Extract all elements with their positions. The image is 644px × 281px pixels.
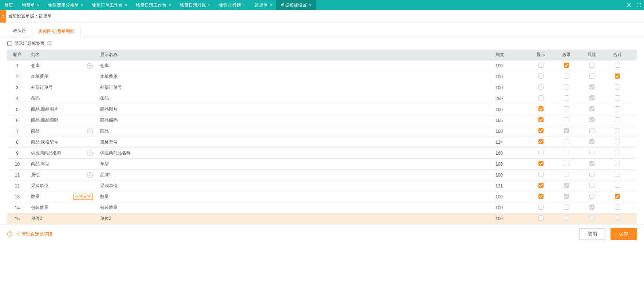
sub-tab-0[interactable]: 表头区 bbox=[7, 25, 32, 37]
checkbox[interactable] bbox=[564, 139, 569, 144]
top-tab-1[interactable]: 销货单× bbox=[17, 0, 44, 10]
checkbox[interactable] bbox=[538, 106, 544, 111]
checkbox[interactable] bbox=[589, 161, 594, 166]
top-tab-6[interactable]: 销售排行榜× bbox=[215, 0, 250, 10]
checkbox[interactable] bbox=[564, 128, 569, 133]
checkbox[interactable] bbox=[589, 63, 594, 68]
checkbox[interactable] bbox=[564, 205, 569, 210]
table-row[interactable]: 8商品.规格型号规格型号124 bbox=[7, 137, 637, 148]
cell-display-name[interactable]: 品牌1 bbox=[96, 170, 492, 181]
cell-width[interactable]: 100 bbox=[492, 213, 528, 224]
checkbox[interactable] bbox=[589, 106, 594, 111]
tab-close-icon[interactable]: × bbox=[81, 3, 83, 7]
cell-display-name[interactable]: 商品图片 bbox=[96, 104, 492, 115]
checkbox[interactable] bbox=[589, 84, 594, 90]
table-row[interactable]: 13数量公式设置数量100 bbox=[7, 191, 637, 202]
checkbox[interactable] bbox=[615, 106, 620, 111]
checkbox[interactable] bbox=[564, 194, 569, 199]
cell-width[interactable]: 100 bbox=[492, 60, 528, 71]
cell-display-name[interactable]: 本单费用 bbox=[96, 71, 492, 82]
tab-close-icon[interactable]: × bbox=[208, 3, 210, 7]
checkbox[interactable] bbox=[589, 172, 594, 177]
checkbox[interactable] bbox=[589, 128, 594, 133]
top-tab-0[interactable]: 首页 bbox=[0, 0, 17, 10]
tab-close-icon[interactable]: × bbox=[125, 3, 127, 7]
top-tab-7[interactable]: 进货单× bbox=[250, 0, 276, 10]
cell-width[interactable]: 100 bbox=[492, 191, 528, 202]
cell-display-name[interactable]: 商品编码 bbox=[96, 115, 492, 126]
cell-width[interactable]: 160 bbox=[492, 148, 528, 159]
checkbox[interactable] bbox=[615, 117, 620, 122]
close-all-tabs-button[interactable] bbox=[624, 0, 634, 10]
table-row[interactable]: 14包装数量包装数量100 bbox=[7, 202, 637, 213]
tab-close-icon[interactable]: × bbox=[169, 3, 171, 7]
tab-close-icon[interactable]: × bbox=[309, 3, 311, 7]
checkbox[interactable] bbox=[589, 139, 594, 144]
expand-handle[interactable] bbox=[0, 10, 6, 23]
top-tab-8[interactable]: 单据模板设置× bbox=[276, 0, 316, 10]
cell-display-name[interactable]: 商品 bbox=[96, 126, 492, 137]
checkbox[interactable] bbox=[564, 74, 569, 79]
checkbox[interactable] bbox=[564, 63, 569, 68]
checkbox[interactable] bbox=[615, 84, 620, 90]
tab-close-icon[interactable]: × bbox=[243, 3, 245, 7]
checkbox[interactable] bbox=[615, 63, 620, 68]
cell-width[interactable]: 160 bbox=[492, 126, 528, 137]
checkbox[interactable] bbox=[615, 150, 620, 155]
checkbox[interactable] bbox=[615, 161, 620, 166]
checkbox[interactable] bbox=[564, 84, 569, 90]
checkbox[interactable] bbox=[538, 183, 544, 188]
cell-display-name[interactable]: 单位2 bbox=[96, 213, 492, 224]
table-row[interactable]: 5商品.商品图片商品图片100 bbox=[7, 104, 637, 115]
checkbox[interactable] bbox=[564, 106, 569, 111]
checkbox[interactable] bbox=[538, 63, 544, 68]
add-icon[interactable]: + bbox=[87, 150, 93, 156]
cell-display-name[interactable]: 供应商商品名称 bbox=[96, 148, 492, 159]
show-summary-checkbox[interactable] bbox=[7, 41, 12, 46]
checkbox[interactable] bbox=[538, 172, 544, 177]
cell-width[interactable]: 100 bbox=[492, 82, 528, 93]
add-icon[interactable]: + bbox=[87, 128, 93, 134]
checkbox[interactable] bbox=[538, 194, 544, 199]
save-button[interactable]: 保存 bbox=[611, 228, 637, 240]
table-row[interactable]: 4条码条码250 bbox=[7, 93, 637, 104]
checkbox[interactable] bbox=[538, 139, 544, 144]
cell-display-name[interactable]: 条码 bbox=[96, 93, 492, 104]
add-icon[interactable]: + bbox=[87, 63, 93, 69]
checkbox[interactable] bbox=[564, 161, 569, 166]
checkbox[interactable] bbox=[615, 183, 620, 188]
checkbox[interactable] bbox=[589, 150, 594, 155]
checkbox[interactable] bbox=[538, 117, 544, 122]
manage-custom-fields-link[interactable]: ? 管理自定义字段 bbox=[7, 231, 52, 237]
top-tab-4[interactable]: 钱货日清工作台× bbox=[131, 0, 175, 10]
sub-tab-1[interactable]: 表体区-进货单明细 bbox=[32, 26, 81, 37]
checkbox[interactable] bbox=[538, 128, 544, 133]
cell-width[interactable]: 124 bbox=[492, 137, 528, 148]
tab-close-icon[interactable]: × bbox=[270, 3, 272, 7]
checkbox[interactable] bbox=[538, 84, 544, 90]
checkbox[interactable] bbox=[589, 95, 594, 100]
help-icon[interactable]: ? bbox=[47, 41, 52, 46]
cell-display-name[interactable]: 采购单位 bbox=[96, 181, 492, 191]
table-row[interactable]: 11属性+品牌1100 bbox=[7, 170, 637, 181]
table-row[interactable]: 3外部订单号外部订单号100 bbox=[7, 82, 637, 93]
cell-display-name[interactable]: 规格型号 bbox=[96, 137, 492, 148]
formula-settings-button[interactable]: 公式设置 bbox=[73, 194, 93, 200]
checkbox[interactable] bbox=[615, 95, 620, 100]
cancel-button[interactable]: 取消 bbox=[579, 228, 605, 240]
cell-display-name[interactable]: 车型 bbox=[96, 159, 492, 170]
cell-width[interactable]: 100 bbox=[492, 71, 528, 82]
cell-display-name[interactable]: 外部订单号 bbox=[96, 82, 492, 93]
checkbox[interactable] bbox=[615, 172, 620, 177]
add-icon[interactable]: + bbox=[87, 172, 93, 178]
checkbox[interactable] bbox=[564, 183, 569, 188]
table-row[interactable]: 1仓库+仓库100 bbox=[7, 60, 637, 71]
cell-display-name[interactable]: 包装数量 bbox=[96, 202, 492, 213]
table-row[interactable]: 12采购单位采购单位131 bbox=[7, 181, 637, 191]
cell-width[interactable]: 100 bbox=[492, 159, 528, 170]
checkbox[interactable] bbox=[589, 194, 594, 199]
checkbox[interactable] bbox=[564, 117, 569, 122]
checkbox[interactable] bbox=[538, 215, 544, 221]
table-row[interactable]: 6商品.商品编码商品编码165 bbox=[7, 115, 637, 126]
table-row[interactable]: 15单位2单位2100 bbox=[7, 213, 637, 224]
